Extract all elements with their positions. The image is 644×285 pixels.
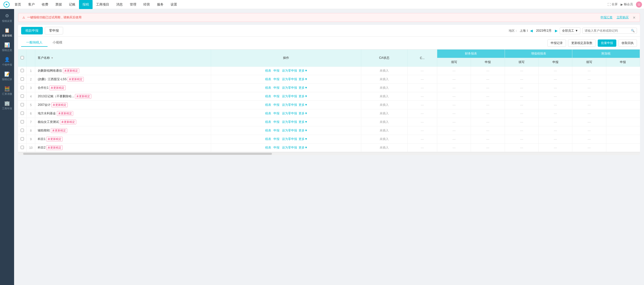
sidebar-item-taxsettings[interactable]: ⚙ 报税设置 [0,11,14,25]
op-taxform-9[interactable]: 税表 [265,146,271,149]
collect-receipt-button[interactable]: 收取回执 [618,39,637,47]
op-zero-0[interactable]: 设为零申报 [282,69,297,72]
op-more-6[interactable]: 更多▼ [299,120,308,124]
banner-text: 一键报税功能已过试用期，请购买后使用 [27,15,82,20]
op-declare-1[interactable]: 申报 [273,77,279,81]
row-checkbox-1[interactable] [21,77,24,81]
nav-item-operations[interactable]: 经营 [140,0,153,9]
op-zero-3[interactable]: 设为零申报 [282,94,297,98]
op-declare-3[interactable]: 申报 [273,94,279,98]
nav-item-invoice[interactable]: 票据 [52,0,65,9]
op-declare-0[interactable]: 申报 [273,69,279,72]
row-checkbox-9[interactable] [21,146,24,149]
op-more-9[interactable]: 更多▼ [299,146,308,149]
nav-item-client[interactable]: 客户 [25,0,38,9]
tab-tax-declaration[interactable]: 税款申报 [21,27,43,34]
search-input[interactable] [585,29,630,32]
op-zero-8[interactable]: 设为零申报 [282,137,297,141]
nav-item-admin[interactable]: 管理 [126,0,140,9]
op-declare-4[interactable]: 申报 [273,103,279,107]
op-taxform-3[interactable]: 税表 [265,94,271,98]
member-icon: ▶ [621,3,623,6]
next-month-button[interactable]: ▶ [555,29,558,33]
op-zero-5[interactable]: 设为零申报 [282,112,297,115]
nav-item-fee[interactable]: 收费 [38,0,52,9]
horizontal-scrollbar[interactable] [18,152,640,155]
op-zero-6[interactable]: 设为零申报 [282,120,297,124]
row-checkbox-8[interactable] [21,137,24,140]
op-taxform-7[interactable]: 税表 [265,129,271,132]
search-icon[interactable]: 🔍 [631,29,635,32]
sidebar-item-taxrecord[interactable]: 📝 报税记录 [0,69,14,83]
employee-select[interactable]: 全部员工 ▼ [560,27,580,34]
fullscreen-button[interactable]: ⛶ 全屏 [608,2,618,7]
nav-item-settings[interactable]: 设置 [167,0,181,9]
member-button[interactable]: ▶ 畅会员 [621,2,633,7]
prev-month-button[interactable]: ◀ [530,29,533,33]
sub-tab-small[interactable]: 小规模 [48,39,67,47]
op-zero-1[interactable]: 设为零申报 [282,77,297,81]
scrollbar-thumb[interactable] [23,153,272,155]
op-more-7[interactable]: 更多▼ [299,129,308,132]
sidebar-item-bizreport[interactable]: 🏢 工商年报 [0,99,14,112]
row-vat1-4: — [539,101,572,109]
op-more-3[interactable]: 更多▼ [299,94,308,98]
op-declare-2[interactable]: 申报 [273,86,279,89]
row-checkbox-6[interactable] [21,120,24,123]
row-tax1-9: — [471,144,505,152]
select-all-checkbox[interactable] [21,56,24,59]
tab-zero-declaration[interactable]: 零申报 [45,27,63,34]
op-zero-4[interactable]: 设为零申报 [282,103,297,107]
op-zero-2[interactable]: 设为零申报 [282,86,297,89]
sidebar-item-calculate[interactable]: 🧮 汇算清缴 [0,84,14,98]
nav-item-message[interactable]: 消息 [113,0,126,9]
op-declare-8[interactable]: 申报 [273,137,279,141]
declaration-record-button[interactable]: 申报记录 [547,39,566,47]
avatar[interactable]: U [636,2,642,8]
op-taxform-6[interactable]: 税表 [265,120,271,124]
row-checkbox-4[interactable] [21,103,24,106]
row-checkbox-0[interactable] [21,69,24,72]
banner-close-button[interactable]: ✕ [633,16,636,20]
op-taxform-2[interactable]: 税表 [265,86,271,89]
nav-item-bizproject[interactable]: 工商项目 [93,0,113,9]
update-taxdef-button[interactable]: 更新税定及取数 [568,39,596,47]
batch-declare-button[interactable]: 批量申报 [598,39,616,47]
row-index-8: 9 [27,135,35,144]
op-more-4[interactable]: 更多▼ [299,103,308,107]
op-taxform-8[interactable]: 税表 [265,137,271,141]
op-declare-7[interactable]: 申报 [273,129,279,132]
op-taxform-0[interactable]: 税表 [265,69,271,72]
op-taxform-4[interactable]: 税表 [265,103,271,107]
row-checkbox-5[interactable] [21,112,24,115]
banner-link-buy[interactable]: 立即购买 [617,15,629,20]
op-zero-9[interactable]: 设为零申报 [282,146,297,149]
op-taxform-1[interactable]: 税表 [265,77,271,81]
op-declare-6[interactable]: 申报 [273,120,279,124]
info-icon[interactable]: ℹ [527,29,528,32]
op-more-8[interactable]: 更多▼ [299,137,308,141]
op-declare-9[interactable]: 申报 [273,146,279,149]
row-checkbox-3[interactable] [21,94,24,98]
op-more-5[interactable]: 更多▼ [299,112,308,115]
banner-link-report[interactable]: 申报汇签 [600,15,613,20]
op-more-2[interactable]: 更多▼ [299,86,308,89]
op-more-0[interactable]: 更多▼ [299,69,308,72]
op-more-1[interactable]: 更多▼ [299,77,308,81]
sort-icon[interactable]: ▼ [51,57,53,59]
op-zero-7[interactable]: 设为零申报 [282,129,297,132]
row-checkbox-7[interactable] [21,129,24,132]
nav-item-tax[interactable]: 报税 [79,0,93,9]
sidebar-item-batchtax[interactable]: 📋 批量报税 [0,26,14,39]
op-declare-5[interactable]: 申报 [273,112,279,115]
sidebar-item-personaltax[interactable]: 👤 个税申报 [0,55,14,68]
op-taxform-5[interactable]: 税表 [265,112,271,115]
sidebar-item-taxoverview[interactable]: 📊 报税总览 [0,40,14,54]
sub-tab-general[interactable]: 一般纳税人 [21,39,48,47]
th-tax-write: 填写 [505,58,538,67]
row-checkbox-2[interactable] [21,86,24,89]
nav-item-home[interactable]: 首页 [11,0,25,9]
record-icon: 📝 [4,71,10,77]
nav-item-bookkeeping[interactable]: 记账 [65,0,79,9]
nav-item-service[interactable]: 服务 [153,0,167,9]
